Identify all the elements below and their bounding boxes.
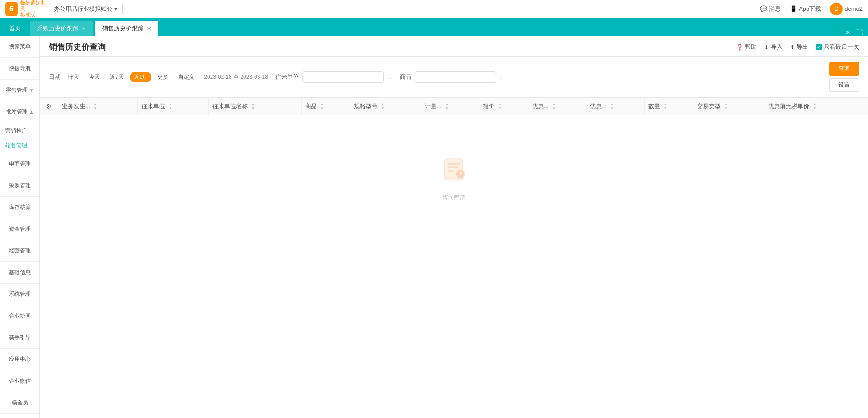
settings-button[interactable]: 设置 [829, 78, 859, 92]
counterpart-label: 往来单位 [275, 73, 299, 81]
only-last-checkbox[interactable]: ✓ 只看最后一次 [816, 43, 859, 51]
svg-rect-3 [448, 167, 458, 168]
sort-trade-type-icon: ▲▼ [724, 103, 728, 110]
sidebar-item-ecom-mgmt[interactable]: 电商管理 [0, 153, 39, 175]
sidebar-item-guide[interactable]: 新手引导 [0, 327, 39, 349]
table-col-discount1[interactable]: 优惠... ▲▼ [528, 98, 586, 115]
date-btn-more[interactable]: 更多 [153, 72, 172, 82]
table-header-row: ⚙ 业务发生... ▲▼ 往来单位 ▲▼ [40, 98, 868, 115]
message-button[interactable]: 💬 消息 [760, 5, 781, 13]
sidebar-item-basic-info[interactable]: 基础信息 [0, 262, 39, 284]
sidebar-item-quick-nav[interactable]: 快捷导航 [0, 58, 39, 80]
sidebar-item-wholesale-mgmt[interactable]: 批发管理 ▲ [0, 101, 39, 123]
goods-dots[interactable]: ... [500, 74, 505, 81]
date-btn-1month[interactable]: 近1月 [130, 72, 152, 82]
sidebar-item-sales-mgmt[interactable]: 销售管理 [0, 138, 39, 153]
quick-nav-label: 快捷导航 [9, 65, 31, 72]
gear-icon: ⚙ [46, 103, 52, 110]
help-icon: ❓ [736, 44, 743, 51]
table-col-biz-date[interactable]: 业务发生... ▲▼ [58, 98, 138, 115]
tab-bar: 首页 采购历史价跟踪 ✕ 销售历史价跟踪 ✕ ✕ ⛶ [0, 18, 868, 36]
checkbox-checked-icon: ✓ [816, 44, 822, 50]
sort-qty-icon: ▲▼ [664, 103, 667, 110]
download-icon: 📱 [790, 5, 797, 12]
table-col-pretax-price[interactable]: 优惠前无税单价 ▲▼ [764, 98, 868, 115]
tab-bar-right: ✕ ⛶ [845, 29, 868, 36]
tab-close-all-icon[interactable]: ✕ [845, 29, 851, 36]
help-button[interactable]: ❓ 帮助 [736, 43, 757, 51]
counterpart-filter-group: 往来单位 ... [275, 71, 392, 83]
date-btn-today[interactable]: 今天 [85, 72, 104, 82]
export-button[interactable]: ⬆ 导出 [790, 43, 808, 51]
sort-counterpart-icon: ▲▼ [169, 103, 172, 110]
tab-purchase-history-close[interactable]: ✕ [82, 26, 86, 32]
avatar: D [830, 3, 843, 15]
sort-discount1-icon: ▲▼ [552, 103, 556, 110]
sort-discount2-icon: ▲▼ [610, 103, 614, 110]
filter-right: 查询 设置 [829, 62, 859, 92]
date-btn-custom[interactable]: 自定义 [174, 72, 198, 82]
empty-state: ? 暂元数据 [40, 115, 868, 238]
sidebar-item-purchase-mgmt[interactable]: 采购管理 [0, 175, 39, 197]
sidebar-item-enterprise[interactable]: 企业协同 [0, 305, 39, 327]
table-col-counterpart[interactable]: 往来单位 ▲▼ [138, 98, 209, 115]
date-btn-7days[interactable]: 近7天 [106, 72, 128, 82]
tab-purchase-history[interactable]: 采购历史价跟踪 ✕ [30, 21, 93, 36]
page-actions: ❓ 帮助 ⬇ 导入 ⬆ 导出 ✓ 只看最后一次 [736, 43, 859, 51]
logo-text: 畅捷通好生意 标准版 [20, 0, 45, 18]
counterpart-input[interactable] [302, 71, 384, 83]
sidebar-item-weixin[interactable]: 企业微信 [0, 370, 39, 392]
goods-input[interactable] [415, 71, 496, 83]
date-btn-yesterday[interactable]: 昨天 [64, 72, 83, 82]
tab-sales-history[interactable]: 销售历史价跟踪 ✕ [95, 21, 158, 36]
logo-area: 6 畅捷通好生意 标准版 [5, 0, 45, 18]
app-download-button[interactable]: 📱 App下载 [790, 5, 821, 13]
sidebar-item-marketing[interactable]: 营销推广 [0, 124, 39, 138]
sidebar-item-ops-mgmt[interactable]: 经营管理 [0, 240, 39, 262]
tab-fullscreen-icon[interactable]: ⛶ [856, 29, 863, 36]
top-header: 6 畅捷通好生意 标准版 办公用品行业模拟账套 ▾ 💬 消息 📱 App下载 D… [0, 0, 868, 18]
import-icon: ⬇ [764, 44, 769, 51]
sidebar-item-app-center[interactable]: 应用中心 [0, 349, 39, 370]
sort-spec-icon: ▲▼ [381, 103, 385, 110]
table-col-unit[interactable]: 计量... ▲▼ [421, 98, 479, 115]
content-area: 销售历史价查询 ❓ 帮助 ⬇ 导入 ⬆ 导出 ✓ 只看最后一次 [40, 36, 868, 418]
sidebar-item-finance-mgmt[interactable]: 资金管理 [0, 218, 39, 240]
sidebar-item-retail-mgmt[interactable]: 零售管理 ▼ [0, 80, 39, 101]
tab-home[interactable]: 首页 [2, 21, 28, 36]
sidebar-section-wholesale: 营销推广 销售管理 [0, 123, 39, 153]
page-header: 销售历史价查询 ❓ 帮助 ⬇ 导入 ⬆ 导出 ✓ 只看最后一次 [40, 36, 868, 57]
sort-goods-icon: ▲▼ [320, 103, 324, 110]
app-selector[interactable]: 办公用品行业模拟账套 ▾ [49, 3, 123, 15]
tab-sales-history-close[interactable]: ✕ [147, 26, 151, 32]
date-label: 日期 [49, 73, 61, 81]
svg-rect-2 [448, 163, 461, 165]
import-button[interactable]: ⬇ 导入 [764, 43, 783, 51]
query-button[interactable]: 查询 [829, 62, 859, 76]
table-wrapper: ⚙ 业务发生... ▲▼ 往来单位 ▲▼ [40, 98, 868, 418]
empty-icon: ? [436, 152, 472, 188]
table-col-quote[interactable]: 报价 ▲▼ [479, 98, 528, 115]
date-range: 2023-02-18 至 2023-03-18 [204, 73, 268, 81]
counterpart-dots[interactable]: ... [387, 74, 392, 81]
retail-mgmt-label: 零售管理 [6, 86, 28, 94]
data-table: ⚙ 业务发生... ▲▼ 往来单位 ▲▼ [40, 98, 868, 115]
table-col-qty[interactable]: 数量 ▲▼ [644, 98, 693, 115]
goods-filter-group: 商品 ... [400, 71, 505, 83]
table-col-gear[interactable]: ⚙ [40, 98, 58, 115]
sidebar-item-system-mgmt[interactable]: 系统管理 [0, 284, 39, 305]
user-area[interactable]: D demo2 [830, 3, 863, 15]
table-col-counterpart-name[interactable]: 往来单位名称 ▲▼ [208, 98, 301, 115]
table-col-trade-type[interactable]: 交易类型 ▲▼ [693, 98, 764, 115]
sidebar-item-vip[interactable]: 畅会员 [0, 392, 39, 414]
sidebar-item-inventory[interactable]: 库存核算 [0, 197, 39, 218]
table-col-goods[interactable]: 商品 ▲▼ [301, 98, 350, 115]
sort-counterpart-name-icon: ▲▼ [251, 103, 255, 110]
goods-label: 商品 [400, 73, 411, 81]
sort-pretax-price-icon: ▲▼ [813, 103, 816, 110]
table-col-spec[interactable]: 规格型号 ▲▼ [350, 98, 421, 115]
sidebar-item-search-menu[interactable]: 搜索菜单 [0, 36, 39, 58]
table-col-discount2[interactable]: 优惠... ▲▼ [586, 98, 645, 115]
retail-mgmt-arrow: ▼ [29, 88, 34, 93]
svg-text:?: ? [459, 171, 462, 177]
